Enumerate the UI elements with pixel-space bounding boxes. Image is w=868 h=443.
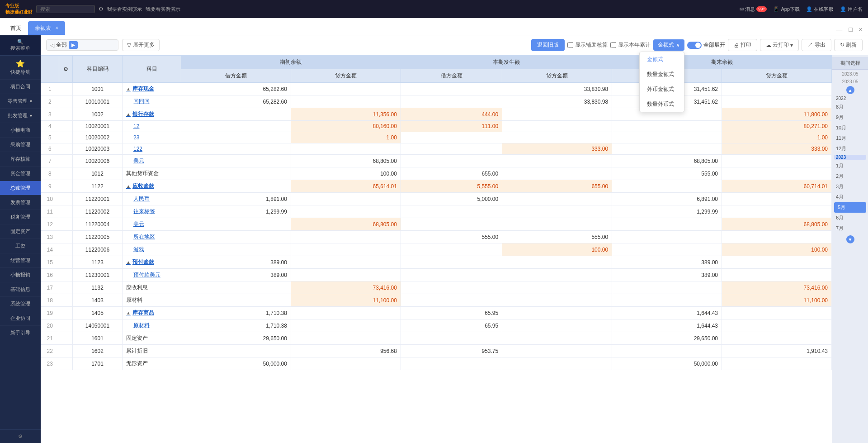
month-1[interactable]: 1月: [832, 161, 868, 171]
app-download-btn[interactable]: 📱 App下载: [773, 6, 800, 13]
table-row[interactable]: 1211220004美元68,805.0068,805.00: [41, 218, 832, 231]
table-row[interactable]: 1611230001预付款美元389.00389.00: [41, 269, 832, 281]
sidebar-item-operations[interactable]: 经营管理: [0, 253, 41, 268]
sidebar-item-inventory[interactable]: 库存核算: [0, 152, 41, 167]
sidebar-item-reports[interactable]: 小畅报销: [0, 268, 41, 282]
cell-name[interactable]: ▲预付账款: [123, 256, 181, 269]
table-row[interactable]: 2014050001原材料1,710.3865.951,644.43: [41, 319, 832, 332]
sidebar-item-wholesale[interactable]: 批发管理 ▼: [0, 109, 41, 123]
period-up-btn[interactable]: ▲: [846, 86, 854, 94]
expand-more-btn[interactable]: ▽ 展开更多: [122, 39, 160, 51]
window-close-btn[interactable]: ×: [857, 24, 864, 35]
table-row[interactable]: 1311220005所在地区555.00555.00: [41, 231, 832, 243]
month-6[interactable]: 6月: [832, 213, 868, 223]
dropdown-amount[interactable]: 金额式: [640, 52, 684, 67]
month-2[interactable]: 2月: [832, 171, 868, 181]
month-9[interactable]: 9月: [832, 112, 868, 123]
month-7[interactable]: 7月: [832, 223, 868, 233]
window-maximize-btn[interactable]: □: [847, 24, 854, 35]
refresh-btn[interactable]: ↻ 刷新: [834, 39, 863, 51]
table-row[interactable]: 91122▲应收账款65,614.015,555.00655.0060,714.…: [41, 180, 832, 193]
amount-style-btn[interactable]: 金额式 ∧: [653, 39, 684, 51]
demo-label[interactable]: 我要看实例演示: [107, 6, 142, 13]
toggle-switch[interactable]: [687, 42, 702, 49]
cell-name[interactable]: 回回回: [123, 95, 181, 108]
cell-name[interactable]: 预付款美元: [123, 269, 181, 281]
month-11[interactable]: 11月: [832, 133, 868, 143]
cell-name[interactable]: ▲库存商品: [123, 307, 181, 319]
settings-icon[interactable]: ⚙: [99, 6, 104, 12]
tab-balance[interactable]: 余额表 ×: [28, 21, 65, 35]
sidebar-item-retail[interactable]: 零售管理 ▼: [0, 94, 41, 109]
cell-name[interactable]: 美元: [123, 155, 181, 167]
month-4[interactable]: 4月: [832, 192, 868, 202]
search-arrow-btn[interactable]: ▶: [69, 41, 78, 49]
sidebar-item-system[interactable]: 系统管理: [0, 297, 41, 311]
sidebar-item-fixed[interactable]: 固定资产: [0, 224, 41, 239]
auxiliary-checkbox[interactable]: [567, 42, 573, 48]
sidebar-settings-btn[interactable]: ⚙: [0, 429, 41, 443]
settings-gear-icon[interactable]: ⚙: [63, 66, 68, 72]
sidebar-item-guide[interactable]: 新手引导: [0, 326, 41, 340]
cell-name[interactable]: 往来标签: [123, 205, 181, 218]
table-row[interactable]: 210010001回回回65,282.6033,830.9831,451.62: [41, 95, 832, 108]
show-auxiliary-check[interactable]: 显示辅助核算: [567, 41, 608, 49]
tab-close-btn[interactable]: ×: [55, 25, 58, 31]
period-down-btn[interactable]: ▼: [846, 235, 854, 243]
table-row[interactable]: 710020006美元68,805.0068,805.00: [41, 155, 832, 167]
table-row[interactable]: 510020002231.001.00: [41, 132, 832, 143]
col-header-settings[interactable]: ⚙: [59, 56, 73, 83]
online-service-btn[interactable]: 👤 在线客服: [806, 6, 834, 13]
table-row[interactable]: 181403原材料11,100.0011,100.00: [41, 294, 832, 307]
top-search-input[interactable]: [36, 5, 95, 13]
table-row[interactable]: 211601固定资产29,650.0029,650.00: [41, 332, 832, 345]
sidebar-search-btn[interactable]: 🔍 搜索菜单: [0, 35, 41, 56]
month-10[interactable]: 10月: [832, 123, 868, 133]
table-row[interactable]: 31002▲银行存款11,356.00444.0011,800.00: [41, 108, 832, 121]
table-row[interactable]: 221602累计折旧956.68953.751,910.43: [41, 345, 832, 357]
month-12[interactable]: 12月: [832, 143, 868, 154]
window-minimize-btn[interactable]: —: [834, 24, 844, 35]
table-row[interactable]: 1111220002往来标签1,299.991,299.99: [41, 205, 832, 218]
return-old-btn[interactable]: 退回旧版: [531, 39, 565, 51]
table-row[interactable]: 610020003122333.00333.00: [41, 143, 832, 155]
demo-text[interactable]: 我要看实例演示: [146, 6, 180, 13]
sidebar-item-ledger[interactable]: 总账管理: [0, 181, 41, 195]
table-row[interactable]: 4100200011280,160.00111.0080,271.00: [41, 121, 832, 132]
table-row[interactable]: 1011220001人民币1,891.005,000.006,891.00: [41, 193, 832, 205]
dropdown-qty-foreign[interactable]: 数量外币式: [640, 97, 684, 112]
cell-name[interactable]: 美元: [123, 218, 181, 231]
sidebar-item-ecommerce[interactable]: 小畅电商: [0, 123, 41, 138]
sidebar-item-salary[interactable]: 工资: [0, 239, 41, 253]
ytd-checkbox[interactable]: [610, 42, 616, 48]
cell-name[interactable]: 游戏: [123, 243, 181, 256]
sidebar-item-project[interactable]: 项目合同: [0, 80, 41, 94]
sidebar-item-invoice[interactable]: 发票管理: [0, 195, 41, 210]
cell-name[interactable]: 人民币: [123, 193, 181, 205]
tab-home[interactable]: 首页: [4, 21, 28, 35]
month-5-active[interactable]: 5月: [834, 202, 866, 213]
cell-name[interactable]: 原材料: [123, 319, 181, 332]
cell-name[interactable]: ▲库存现金: [123, 83, 181, 95]
cell-name[interactable]: ▲应收账款: [123, 180, 181, 193]
print-btn[interactable]: 🖨 打印: [728, 39, 757, 51]
table-row[interactable]: 231701无形资产50,000.0050,000.00: [41, 357, 832, 370]
table-row[interactable]: 191405▲库存商品1,710.3865.951,644.43: [41, 307, 832, 319]
table-row[interactable]: 11001▲库存现金65,282.6033,830.9831,451.62: [41, 83, 832, 95]
sidebar-item-capital[interactable]: 资金管理: [0, 167, 41, 181]
cell-name[interactable]: 122: [123, 143, 181, 155]
sidebar-item-purchase[interactable]: 采购管理: [0, 138, 41, 152]
table-row[interactable]: 1411220006游戏100.00100.00: [41, 243, 832, 256]
dropdown-qty-amount[interactable]: 数量金额式: [640, 67, 684, 82]
show-ytd-check[interactable]: 显示本年累计: [610, 41, 651, 49]
export-btn[interactable]: ↗ 导出: [802, 39, 831, 51]
table-row[interactable]: 81012其他货币资金100.00655.00555.00: [41, 167, 832, 180]
sidebar-item-quick-nav[interactable]: ⭐ 快捷导航: [0, 56, 41, 80]
table-row[interactable]: 171132应收利息73,416.0073,416.00: [41, 281, 832, 294]
table-row[interactable]: 151123▲预付账款389.00389.00: [41, 256, 832, 269]
cell-name[interactable]: 12: [123, 121, 181, 132]
dropdown-foreign-amount[interactable]: 外币金额式: [640, 82, 684, 97]
message-btn[interactable]: ✉ 消息 99+: [740, 6, 767, 13]
sidebar-item-basic[interactable]: 基础信息: [0, 282, 41, 297]
cloud-print-btn[interactable]: ☁ 云打印 ▾: [760, 39, 799, 51]
